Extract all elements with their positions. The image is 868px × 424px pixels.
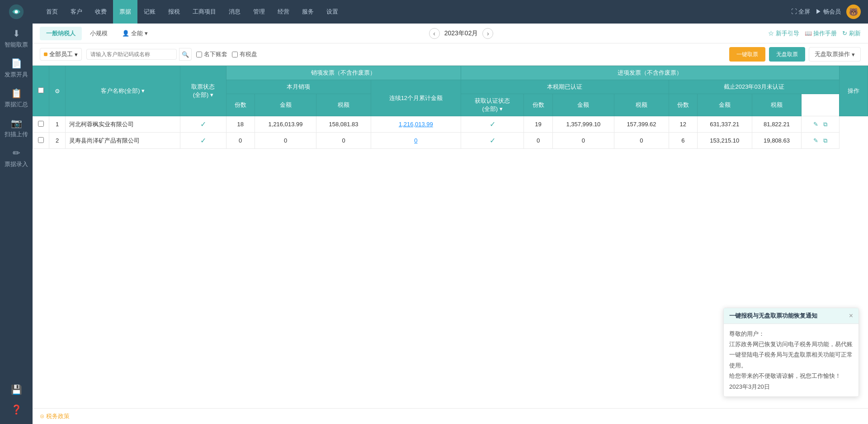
col-uncert-amount: 金额	[697, 94, 752, 116]
nav-operation[interactable]: 经营	[271, 0, 296, 24]
nav-invoice[interactable]: 票据	[113, 0, 137, 24]
tab-bar: 一般纳税人 小规模 👤 全能 ▾ ‹ 2023年02月 › ☆ 新手引导 📖 操…	[33, 24, 868, 43]
nav-home[interactable]: 首页	[40, 0, 64, 24]
sub-account-checkbox-group: 名下账套	[196, 50, 227, 58]
row-sales-count: 18	[226, 116, 255, 133]
refresh-btn[interactable]: ↻ 刷新	[842, 29, 861, 38]
fullscreen-btn[interactable]: ⛶ 全屏	[791, 8, 811, 16]
sidebar-logo	[0, 0, 33, 24]
sidebar-item-scan-upload[interactable]: 📷 扫描上传	[0, 113, 33, 143]
has-disk-checkbox-group: 有税盘	[232, 50, 257, 58]
sidebar-item-download[interactable]: 💾	[0, 380, 33, 400]
row-uncert-amount: 631,337.21	[697, 116, 752, 133]
row-uncert-tax: 81,822.21	[752, 116, 802, 133]
employee-select[interactable]: 全部员工 ▾	[40, 48, 82, 61]
nav-customer[interactable]: 客户	[64, 0, 89, 24]
col-checkbox	[33, 66, 49, 116]
tab-actions: ☆ 新手引导 📖 操作手册 ↻ 刷新	[768, 29, 861, 38]
next-month-btn[interactable]: ›	[482, 28, 493, 39]
avatar[interactable]: 🐻	[846, 5, 861, 19]
copy-icon[interactable]: ⧉	[823, 137, 827, 144]
col-purchase-uncertified: 截止2023年03月未认证	[669, 80, 839, 94]
col-purchase-tax: 税额	[614, 94, 669, 116]
nav-service[interactable]: 服务	[296, 0, 320, 24]
download-icon: ⬇	[13, 28, 20, 39]
copy-icon[interactable]: ⧉	[823, 121, 827, 128]
col-sales-count: 份数	[226, 94, 255, 116]
row-purchase-count: 19	[524, 116, 552, 133]
notification-close-btn[interactable]: ×	[849, 312, 853, 320]
notification-popup: 一键报税与无盘取票功能恢复通知 × 尊敬的用户：江苏政务网已恢复访问电子税务局功…	[723, 308, 859, 397]
dot-icon	[44, 52, 47, 56]
nav-bookkeeping[interactable]: 记账	[137, 0, 162, 24]
nav-management[interactable]: 管理	[247, 0, 271, 24]
row-sales-tax: 0	[316, 133, 371, 149]
search-input[interactable]	[86, 49, 177, 60]
nav-tax[interactable]: 报税	[162, 0, 186, 24]
tax-policy-link[interactable]: ⊙ 税务政策	[40, 412, 70, 420]
col-uncert-count: 份数	[669, 94, 697, 116]
tab-all[interactable]: 👤 全能 ▾	[116, 27, 154, 40]
row-sales-amount: 1,216,013.99	[255, 116, 316, 133]
more-actions-button[interactable]: 无盘取票操作 ▾	[809, 47, 861, 62]
search-button[interactable]: 🔍	[179, 48, 192, 61]
row-sales-tax: 158,081.83	[316, 116, 371, 133]
sidebar-item-issue-invoice[interactable]: 📄 发票开具	[0, 53, 33, 83]
invoice-icon: 📄	[11, 58, 22, 69]
has-disk-checkbox[interactable]	[232, 52, 238, 57]
new-guide-btn[interactable]: ☆ 新手引导	[768, 29, 799, 38]
row-checkbox[interactable]	[33, 133, 49, 149]
row-num: 1	[49, 116, 66, 133]
row-purchase-tax: 0	[614, 133, 669, 149]
col-sales-group: 销项发票（不含作废票）	[226, 66, 461, 80]
sidebar-item-invoice-summary[interactable]: 📋 票据汇总	[0, 83, 33, 113]
row-purchase-amount: 0	[552, 133, 614, 149]
person-icon: 👤	[122, 30, 129, 37]
edit-icon[interactable]: ✎	[813, 121, 818, 128]
table-row: 2 灵寿县尚泽矿产品有限公司 ✓ 0 0 0 0 ✓ 0 0 0 6 153,2…	[33, 133, 868, 149]
chevron-down-icon: ▾	[145, 30, 148, 37]
one-click-fetch-button[interactable]: 一键取票	[729, 47, 765, 62]
select-all-checkbox[interactable]	[38, 87, 44, 93]
member-btn[interactable]: ▶ 畅会员	[816, 8, 841, 16]
row-checkbox[interactable]	[33, 116, 49, 133]
sidebar-item-help[interactable]: ❓	[0, 400, 33, 419]
nav-settings[interactable]: 设置	[320, 0, 344, 24]
edit-icon[interactable]: ✎	[813, 137, 818, 144]
topnav-right: ⛶ 全屏 ▶ 畅会员 🐻	[791, 5, 861, 19]
col-sales-amount: 金额	[255, 94, 316, 116]
tab-small[interactable]: 小规模	[84, 27, 114, 40]
topnav: 首页 客户 收费 票据 记账 报税 工商项目 消息 管理 经营 服务 设置 ⛶ …	[33, 0, 868, 24]
nav-message[interactable]: 消息	[222, 0, 247, 24]
row-sales-amount: 0	[255, 133, 316, 149]
sidebar-item-smart-fetch[interactable]: ⬇ 智能取票	[0, 24, 33, 53]
manual-btn[interactable]: 📖 操作手册	[805, 29, 837, 38]
row-fetch-status: ✓	[180, 133, 226, 149]
row-purchase-tax: 157,399.62	[614, 116, 669, 133]
sidebar-item-data-entry[interactable]: ✏ 票据录入	[0, 143, 33, 173]
row-customer: 灵寿县尚泽矿产品有限公司	[66, 133, 180, 149]
chevron-down-icon: ▾	[852, 51, 855, 58]
tab-general[interactable]: 一般纳税人	[40, 27, 82, 40]
row-customer: 河北柯蓉枫实业有限公司	[66, 116, 180, 133]
col-uncert-tax: 税额	[752, 94, 802, 116]
no-disk-fetch-button[interactable]: 无盘取票	[769, 47, 805, 62]
notification-title: 一键报税与无盘取票功能恢复通知	[729, 312, 817, 320]
nav-collection[interactable]: 收费	[89, 0, 113, 24]
date-nav: ‹ 2023年02月 ›	[429, 28, 494, 39]
nav-business[interactable]: 工商项目	[186, 0, 222, 24]
row-uncert-tax: 19,808.63	[752, 133, 802, 149]
row-fetch-status: ✓	[180, 116, 226, 133]
notification-header: 一键报税与无盘取票功能恢复通知 ×	[724, 308, 859, 324]
invoice-table: ⚙ 客户名称(全部) ▾ 取票状态(全部) ▾ 销项发票（不含作废票） 进项发票…	[33, 66, 868, 149]
summary-icon: 📋	[11, 88, 22, 99]
col-fetch-status: 取票状态(全部) ▾	[180, 66, 226, 116]
row-sales-count: 0	[226, 133, 255, 149]
prev-month-btn[interactable]: ‹	[429, 28, 440, 39]
sub-account-checkbox[interactable]	[196, 52, 202, 57]
svg-point-1	[14, 10, 18, 13]
col-sales-tax: 税额	[316, 94, 371, 116]
row-actions: ✎ ⧉	[802, 116, 839, 133]
row-purchase-amount: 1,357,999.10	[552, 116, 614, 133]
row-uncert-count: 6	[669, 133, 697, 149]
